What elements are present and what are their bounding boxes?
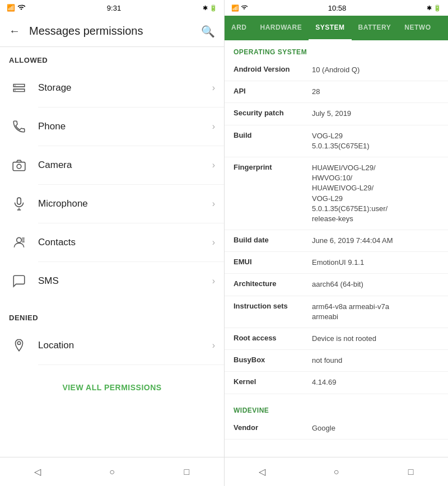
contacts-chevron: › (212, 237, 215, 247)
svg-point-4 (17, 342, 20, 344)
camera-chevron: › (212, 160, 215, 170)
label-emui: EMUI (234, 258, 312, 268)
storage-label: Storage (38, 82, 212, 94)
page-title: Messages permissions (29, 25, 201, 38)
row-busybox: BusyBox not found (225, 350, 448, 372)
nav-recent-button[interactable]: □ (175, 461, 198, 483)
microphone-chevron: › (212, 199, 215, 209)
svg-rect-2 (17, 198, 21, 204)
permission-item-phone[interactable]: Phone › (0, 108, 224, 146)
value-vendor: Google (312, 423, 439, 433)
storage-icon (9, 78, 29, 98)
label-busybox: BusyBox (234, 356, 312, 366)
permission-item-contacts[interactable]: Contacts › (0, 223, 224, 261)
status-left-icons: 📶 (7, 3, 25, 13)
storage-chevron: › (212, 83, 215, 93)
value-security-patch: July 5, 2019 (312, 109, 439, 119)
view-all-label: VIEW ALL PERMISSIONS (62, 383, 161, 392)
nav-recent-button-right[interactable]: □ (400, 461, 422, 483)
value-android-version: 10 (Android Q) (312, 65, 439, 75)
content-area: OPERATING SYSTEM Android Version 10 (And… (225, 40, 448, 457)
row-android-version: Android Version 10 (Android Q) (225, 59, 448, 81)
phone-label: Phone (38, 121, 212, 132)
value-fingerprint: HUAWEI/VOG-L29/ HWVOG:10/ HUAWEIVOG-L29/… (312, 163, 439, 224)
row-build-date: Build date June 6, 2019 7:44:04 AM (225, 230, 448, 252)
location-icon (9, 335, 29, 356)
value-build-date: June 6, 2019 7:44:04 AM (312, 236, 439, 246)
row-emui: EMUI EmotionUI 9.1.1 (225, 252, 448, 274)
value-emui: EmotionUI 9.1.1 (312, 258, 439, 268)
status-right-icons: ✱ 🔋 (203, 4, 217, 12)
label-instruction-sets: Instruction sets (234, 302, 312, 322)
status-right-left: 📶 (231, 4, 248, 12)
nav-home-button-right[interactable]: ○ (325, 461, 348, 483)
row-vendor: Vendor Google (225, 418, 448, 440)
location-label: Location (38, 340, 212, 351)
tab-system[interactable]: SYSTEM (309, 16, 351, 40)
phone-icon (9, 116, 29, 137)
label-android-version: Android Version (234, 65, 312, 75)
time-left: 9:31 (107, 4, 121, 12)
tab-netwo[interactable]: NETWO (398, 16, 437, 40)
bt-icon-right: ✱ (427, 4, 432, 12)
tab-hardware[interactable]: HARDWARE (254, 16, 309, 40)
value-root-access: Device is not rooted (312, 334, 439, 344)
label-vendor: Vendor (234, 423, 312, 433)
nav-home-button[interactable]: ○ (101, 461, 123, 483)
status-bar-left: 📶 9:31 ✱ 🔋 (0, 0, 224, 16)
permission-item-microphone[interactable]: Microphone › (0, 185, 224, 223)
permission-item-storage[interactable]: Storage › (0, 69, 224, 107)
microphone-icon (9, 194, 29, 214)
contacts-label: Contacts (38, 237, 212, 248)
svg-point-1 (17, 164, 21, 169)
sms-label: SMS (38, 275, 212, 287)
camera-icon (9, 155, 29, 175)
status-bar-right: 📶 10:58 ✱ 🔋 (225, 0, 448, 16)
left-panel: 📶 9:31 ✱ 🔋 ← Messages permissions 🔍 ALLO… (0, 0, 224, 486)
bottom-nav-right: ◁ ○ □ (225, 457, 448, 486)
nav-back-button-right[interactable]: ◁ (251, 461, 273, 483)
value-build: VOG-L29 5.0.1.35(C675E1) (312, 131, 439, 151)
denied-section-label: DENIED (0, 305, 224, 326)
row-build: Build VOG-L29 5.0.1.35(C675E1) (225, 125, 448, 157)
row-instruction-sets: Instruction sets arm64-v8a armeabi-v7a a… (225, 296, 448, 328)
value-api: 28 (312, 87, 439, 97)
location-chevron: › (212, 340, 215, 351)
nav-back-button[interactable]: ◁ (26, 461, 49, 483)
time-right: 10:58 (328, 4, 347, 12)
row-api: API 28 (225, 81, 448, 103)
label-api: API (234, 87, 312, 97)
allowed-section-label: ALLOWED (0, 47, 224, 69)
label-kernel: Kernel (234, 377, 312, 387)
status-right-icons-right: ✱ 🔋 (427, 4, 441, 12)
value-instruction-sets: arm64-v8a armeabi-v7a armeabi (312, 302, 439, 322)
wifi-icon-right (241, 4, 248, 12)
row-kernel: Kernel 4.14.69 (225, 372, 448, 394)
bottom-nav-left: ◁ ○ □ (0, 457, 224, 486)
permission-item-location[interactable]: Location › (0, 326, 224, 364)
svg-rect-0 (13, 162, 25, 171)
camera-label: Camera (38, 160, 212, 171)
label-security-patch: Security patch (234, 109, 312, 119)
signal-icon-right: 📶 (231, 4, 239, 12)
row-security-patch: Security patch July 5, 2019 (225, 103, 448, 125)
wifi-icon (17, 3, 25, 13)
label-build-date: Build date (234, 236, 312, 246)
tab-ard[interactable]: ARD (225, 16, 254, 40)
battery-icon-right: 🔋 (433, 4, 441, 12)
permission-item-camera[interactable]: Camera › (0, 146, 224, 184)
microphone-label: Microphone (38, 198, 212, 209)
right-panel: 📶 10:58 ✱ 🔋 ARD HARDWARE SYSTEM BATTERY … (224, 0, 448, 486)
label-architecture: Architecture (234, 279, 312, 289)
permission-item-sms[interactable]: SMS › (0, 262, 224, 300)
label-root-access: Root access (234, 334, 312, 344)
tab-battery[interactable]: BATTERY (352, 16, 398, 40)
search-button[interactable]: 🔍 (201, 25, 215, 38)
view-all-button[interactable]: VIEW ALL PERMISSIONS (0, 372, 224, 403)
value-kernel: 4.14.69 (312, 377, 439, 387)
back-button[interactable]: ← (9, 25, 20, 38)
sms-chevron: › (212, 276, 215, 286)
tab-bar: ARD HARDWARE SYSTEM BATTERY NETWO (225, 16, 448, 40)
bt-icon: ✱ (203, 4, 208, 12)
svg-point-3 (17, 237, 22, 242)
